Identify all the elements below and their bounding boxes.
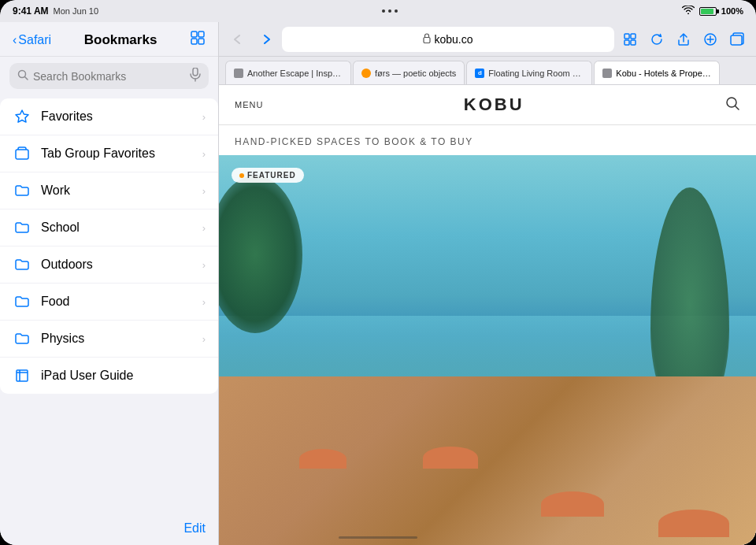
edit-button[interactable]: Edit xyxy=(183,521,206,536)
sidebar-view-toggle-button[interactable] xyxy=(190,30,206,50)
hero-tree1 xyxy=(219,176,302,333)
svg-rect-6 xyxy=(193,68,198,76)
sidebar-item-ipad-user-guide[interactable]: iPad User Guide xyxy=(0,358,218,394)
tab-group-favorites-label: Tab Group Favorites xyxy=(41,146,193,161)
tab-favicon-another-escape xyxy=(234,69,243,78)
new-tab-button[interactable] xyxy=(698,27,723,52)
url-display: kobu.co xyxy=(434,33,472,46)
forward-button[interactable] xyxy=(254,27,279,52)
sidebar-item-tab-group-favorites[interactable]: Tab Group Favorites › xyxy=(0,135,218,172)
svg-rect-13 xyxy=(631,40,636,45)
svg-rect-12 xyxy=(624,40,629,45)
dot3 xyxy=(395,9,398,13)
search-bar xyxy=(9,63,209,89)
physics-folder-icon xyxy=(13,329,32,348)
school-chevron-icon: › xyxy=(202,222,206,234)
sidebar-item-school[interactable]: School › xyxy=(0,209,218,247)
food-chevron-icon: › xyxy=(202,296,206,308)
kobu-page-header: MENU KOBU xyxy=(219,85,756,125)
kobu-tagline: HAND-PICKED SPACES TO BOOK & TO BUY xyxy=(219,125,756,155)
tab-favicon-floating: d xyxy=(475,69,484,78)
tab-favicon-kobu xyxy=(602,69,612,78)
hero-umbrella-2 xyxy=(423,447,478,469)
school-folder-icon xyxy=(13,218,32,237)
sidebar-item-outdoors[interactable]: Outdoors › xyxy=(0,247,218,284)
favorites-chevron-icon: › xyxy=(202,111,206,123)
sidebar-header: ‹ Safari Bookmarks xyxy=(0,22,218,57)
tab-label-fors: førs — poetic objects xyxy=(375,69,456,78)
status-bar-right: 100% xyxy=(682,6,743,17)
svg-rect-17 xyxy=(731,35,742,45)
tab-favicon-fors xyxy=(361,69,371,78)
svg-rect-10 xyxy=(624,34,629,39)
tabs-overview-button[interactable] xyxy=(724,27,750,52)
status-bar-left: 9:41 AM Mon Jun 10 xyxy=(13,6,98,17)
school-label: School xyxy=(41,221,193,235)
svg-line-19 xyxy=(735,106,739,109)
microphone-icon[interactable] xyxy=(190,68,201,84)
outdoors-chevron-icon: › xyxy=(202,259,206,271)
sidebar-item-physics[interactable]: Physics › xyxy=(0,321,218,358)
tab-label-floating: Floating Living Room Se... xyxy=(488,69,584,78)
featured-badge: FEATURED xyxy=(232,168,304,183)
battery-percentage: 100% xyxy=(721,6,743,16)
sidebar-title: Bookmarks xyxy=(57,32,183,48)
wifi-icon xyxy=(682,6,695,17)
work-label: Work xyxy=(41,184,193,198)
page-content: MENU KOBU HAND-PICKED SPACES TO BOOK & T… xyxy=(219,85,756,545)
tab-label-another-escape: Another Escape | Inspir... xyxy=(247,69,343,78)
physics-chevron-icon: › xyxy=(202,333,206,345)
search-icon xyxy=(17,69,28,83)
dot1 xyxy=(382,9,385,13)
status-bar: 9:41 AM Mon Jun 10 xyxy=(0,0,756,22)
search-bookmarks-input[interactable] xyxy=(33,70,185,83)
back-to-safari-button[interactable]: ‹ Safari xyxy=(13,33,51,47)
tab-kobu[interactable]: Kobu - Hotels & Propert... xyxy=(594,61,720,84)
hero-umbrella-1 xyxy=(299,449,346,469)
address-bar[interactable]: kobu.co xyxy=(282,27,614,52)
reload-button[interactable] xyxy=(644,27,669,52)
ipad-user-guide-label: iPad User Guide xyxy=(41,369,206,383)
sidebar-footer: Edit xyxy=(0,512,218,545)
svg-rect-8 xyxy=(16,150,28,159)
featured-label: FEATURED xyxy=(247,171,296,180)
bookmark-list: Favorites › Tab Group Favorites › xyxy=(0,95,218,512)
hero-umbrella-4 xyxy=(658,510,729,537)
back-chevron-icon: ‹ xyxy=(13,33,17,47)
hero-umbrella-3 xyxy=(541,491,604,517)
back-label[interactable]: Safari xyxy=(18,33,51,47)
toolbar-right xyxy=(617,27,750,52)
ipad-frame: 9:41 AM Mon Jun 10 xyxy=(0,0,756,545)
sidebar: ‹ Safari Bookmarks xyxy=(0,22,219,545)
kobu-search-icon[interactable] xyxy=(724,95,740,115)
tab-fors[interactable]: førs — poetic objects xyxy=(353,61,465,84)
sidebar-item-work[interactable]: Work › xyxy=(0,172,218,209)
favorites-label: Favorites xyxy=(41,109,193,124)
svg-rect-2 xyxy=(191,39,197,44)
sidebar-item-food[interactable]: Food › xyxy=(0,284,218,321)
outdoors-label: Outdoors xyxy=(41,258,193,272)
svg-rect-9 xyxy=(424,37,430,43)
food-folder-icon xyxy=(13,292,32,311)
outdoors-folder-icon xyxy=(13,255,32,274)
back-button[interactable] xyxy=(225,27,250,52)
svg-rect-11 xyxy=(631,34,636,39)
airdrop-button[interactable] xyxy=(617,27,643,52)
battery-icon xyxy=(699,6,717,16)
tab-label-kobu: Kobu - Hotels & Propert... xyxy=(616,69,711,78)
physics-label: Physics xyxy=(41,332,193,346)
lock-icon xyxy=(423,33,431,46)
share-button[interactable] xyxy=(671,27,696,52)
work-folder-icon xyxy=(13,181,32,200)
status-day: Mon Jun 10 xyxy=(54,6,98,16)
svg-line-5 xyxy=(25,77,28,80)
tab-floating-living[interactable]: d Floating Living Room Se... xyxy=(466,61,592,84)
status-time: 9:41 AM xyxy=(13,6,49,17)
kobu-hero-image: FEATURED xyxy=(219,155,756,545)
svg-rect-0 xyxy=(191,32,197,37)
tab-another-escape[interactable]: Another Escape | Inspir... xyxy=(225,61,351,84)
kobu-menu-label[interactable]: MENU xyxy=(235,100,263,109)
dot2 xyxy=(388,9,391,13)
sidebar-item-favorites[interactable]: Favorites › xyxy=(0,98,218,135)
kobu-logo: KOBU xyxy=(464,95,524,115)
